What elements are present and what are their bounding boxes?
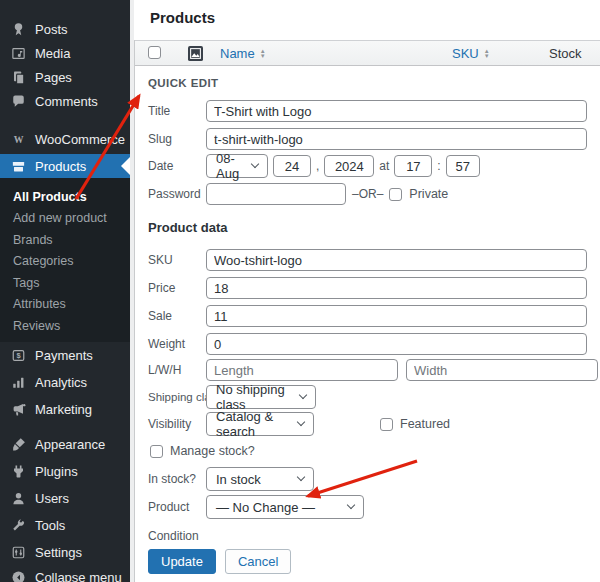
sidebar-item-categories[interactable]: Categories — [0, 251, 130, 273]
hour-input[interactable] — [394, 155, 432, 177]
sidebar-item-reviews[interactable]: Reviews — [0, 315, 130, 337]
private-checkbox[interactable] — [389, 188, 402, 201]
sidebar-item-payments[interactable]: $ Payments — [0, 342, 130, 369]
slug-label: Slug — [148, 132, 206, 146]
pages-icon — [10, 69, 26, 85]
weight-input[interactable] — [206, 333, 587, 355]
sale-input[interactable] — [206, 305, 587, 327]
analytics-icon — [10, 374, 26, 390]
shipping-class-select[interactable]: No shipping class — [206, 385, 316, 409]
slug-input[interactable] — [206, 128, 587, 150]
chevron-down-icon — [251, 160, 259, 168]
manage-stock-checkbox[interactable] — [150, 445, 163, 458]
quick-edit-heading: QUICK EDIT — [148, 77, 218, 89]
sidebar-item-products[interactable]: Products — [0, 154, 130, 178]
sidebar-item-brands[interactable]: Brands — [0, 229, 130, 251]
quick-edit-actions: Update Cancel — [148, 549, 291, 574]
sku-column-header[interactable]: SKU▲▼ — [452, 41, 490, 66]
visibility-select[interactable]: Catalog & search — [206, 412, 314, 436]
products-submenu: All Products Add new product Brands Cate… — [0, 178, 130, 342]
sidebar-item-media[interactable]: Media — [0, 41, 130, 65]
sidebar-item-analytics[interactable]: Analytics — [0, 369, 130, 396]
product-image-column-icon — [188, 46, 203, 64]
settings-icon — [10, 544, 26, 560]
svg-text:$: $ — [16, 351, 21, 360]
or-separator: –OR– — [352, 187, 383, 201]
cancel-button[interactable]: Cancel — [225, 549, 291, 574]
title-label: Title — [148, 104, 206, 118]
megaphone-icon — [10, 401, 26, 417]
sidebar-item-label: Posts — [35, 22, 68, 37]
product-data-heading: Product data — [148, 220, 227, 235]
sidebar-item-label: Comments — [35, 94, 98, 109]
lwh-label: L/W/H — [148, 363, 206, 377]
width-input[interactable] — [406, 359, 598, 381]
pin-icon — [10, 21, 26, 37]
plug-icon — [10, 463, 26, 479]
media-icon — [10, 45, 26, 61]
sidebar-item-plugins[interactable]: Plugins — [0, 458, 130, 485]
comment-icon — [10, 93, 26, 109]
date-row: Date 08-Aug , at : — [148, 154, 587, 178]
sidebar-item-label: Collapse menu — [35, 570, 122, 582]
sidebar-item-users[interactable]: Users — [0, 485, 130, 512]
featured-checkbox[interactable] — [380, 418, 393, 431]
in-stock-select[interactable]: In stock — [206, 467, 314, 491]
update-button[interactable]: Update — [148, 549, 216, 574]
month-select[interactable]: 08-Aug — [206, 154, 268, 178]
private-label: Private — [409, 187, 448, 201]
password-input[interactable] — [206, 183, 346, 205]
sale-row: Sale — [148, 304, 587, 328]
product-condition-select[interactable]: — No Change — — [206, 495, 364, 519]
sidebar-item-tools[interactable]: Tools — [0, 512, 130, 539]
shipping-class-label: Shipping class — [148, 391, 206, 403]
current-menu-pointer — [121, 157, 130, 175]
chevron-down-icon — [299, 391, 307, 399]
sort-icon: ▲▼ — [260, 49, 266, 58]
sidebar-item-label: Marketing — [35, 402, 92, 417]
length-input[interactable] — [206, 359, 398, 381]
manage-stock-row: Manage stock? — [150, 439, 587, 463]
payments-icon: $ — [10, 347, 26, 363]
sidebar-item-comments[interactable]: Comments — [0, 89, 130, 113]
sidebar-item-label: Products — [35, 159, 86, 174]
collapse-icon — [10, 570, 26, 582]
day-input[interactable] — [273, 155, 311, 177]
user-icon — [10, 490, 26, 506]
sidebar-item-label: Tools — [35, 518, 65, 533]
shipping-class-row: Shipping class No shipping class — [148, 385, 587, 409]
sidebar-item-label: Pages — [35, 70, 72, 85]
sort-icon: ▲▼ — [484, 49, 490, 58]
sidebar-item-tags[interactable]: Tags — [0, 272, 130, 294]
sidebar-item-woocommerce[interactable]: W WooCommerce — [0, 127, 130, 151]
password-row: Password –OR– Private — [148, 182, 587, 206]
sidebar-item-pages[interactable]: Pages — [0, 65, 130, 89]
sidebar-item-appearance[interactable]: Appearance — [0, 431, 130, 458]
sidebar-item-settings[interactable]: Settings — [0, 539, 130, 566]
stock-column-header: Stock — [549, 41, 582, 66]
products-box-icon — [10, 158, 26, 174]
sku-label: SKU — [148, 253, 206, 267]
sidebar-item-label: Settings — [35, 545, 82, 560]
sidebar-item-label: WooCommerce — [35, 132, 125, 147]
minute-input[interactable] — [446, 155, 480, 177]
sidebar-item-all-products[interactable]: All Products — [0, 186, 130, 208]
date-at-label: at — [379, 159, 389, 173]
title-input[interactable] — [206, 100, 587, 122]
year-input[interactable] — [324, 155, 374, 177]
sidebar-item-attributes[interactable]: Attributes — [0, 294, 130, 316]
sidebar-item-label: Analytics — [35, 375, 87, 390]
sidebar-item-posts[interactable]: Posts — [0, 17, 130, 41]
visibility-label: Visibility — [148, 417, 206, 431]
sidebar-item-label: Media — [35, 46, 70, 61]
name-column-header[interactable]: Name▲▼ — [220, 41, 266, 66]
weight-label: Weight — [148, 337, 206, 351]
sidebar-item-add-new-product[interactable]: Add new product — [0, 208, 130, 230]
in-stock-row: In stock? In stock — [148, 467, 587, 491]
price-input[interactable] — [206, 277, 587, 299]
sidebar-item-label: Appearance — [35, 437, 105, 452]
collapse-menu-button[interactable]: Collapse menu — [0, 566, 130, 582]
select-all-checkbox[interactable] — [148, 46, 161, 59]
sidebar-item-marketing[interactable]: Marketing — [0, 396, 130, 423]
sku-input[interactable] — [206, 249, 587, 271]
